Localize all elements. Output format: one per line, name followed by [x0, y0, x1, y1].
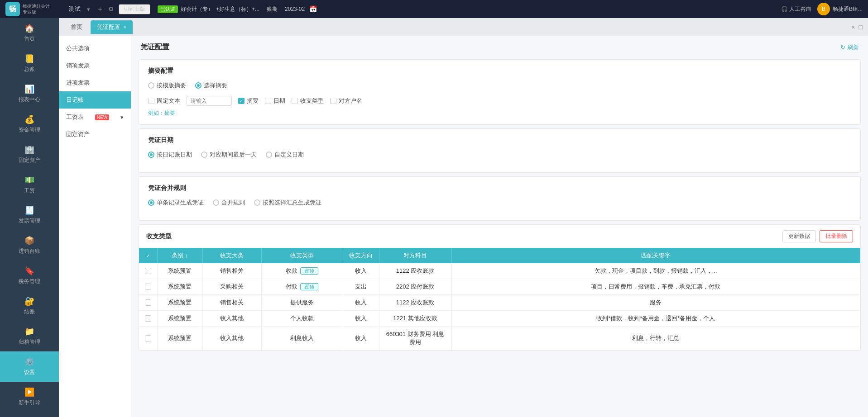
checkbox-summary[interactable]: ✓ 摘要	[238, 97, 259, 105]
table-row: 系统预置销售相关提供服务收入1122 应收账款服务	[139, 295, 860, 311]
row-keywords: 服务	[451, 295, 860, 311]
select-all-checkbox[interactable]: ✓	[145, 252, 151, 259]
sidebar-item-invoices[interactable]: 🧾 发票管理	[0, 200, 59, 230]
voucher-date-radio-group: 按日记账日期 对应期间最后一天 自定义日期	[148, 151, 851, 159]
period-label: 账期	[267, 5, 278, 13]
nav-journal[interactable]: 日记账	[59, 91, 131, 109]
sidebar-item-settings[interactable]: ⚙️ 设置	[0, 351, 59, 382]
sidebar-item-home[interactable]: 🏠 首页	[0, 18, 59, 48]
row-checkbox-cell	[139, 263, 157, 279]
row-checkbox[interactable]	[145, 335, 151, 341]
radio-journal-date[interactable]: 按日记账日期	[148, 151, 192, 159]
avatar: B	[817, 3, 830, 15]
row-direction: 收入	[343, 263, 379, 279]
radio-period-circle	[201, 152, 207, 158]
user-menu[interactable]: B 畅捷通B组...	[817, 3, 863, 15]
radio-merge[interactable]: 合并规则	[213, 199, 245, 207]
sidebar-item-ledger[interactable]: 📒 总账	[0, 48, 59, 79]
page-header: 凭证配置 ↻ 刷新	[131, 36, 868, 56]
row-type: 付款置顶	[261, 279, 343, 295]
radio-single-label: 单条记录生成凭证	[157, 199, 204, 207]
row-account: 1122 应收账款	[379, 295, 451, 311]
radio-period-last[interactable]: 对应期间最后一天	[201, 151, 257, 159]
tab-close-icon[interactable]: ×	[123, 24, 126, 30]
chevron-down-icon: ▾	[120, 114, 124, 121]
radio-single[interactable]: 单条记录生成凭证	[148, 199, 204, 207]
company-name: 测试	[69, 5, 81, 13]
example-text: 例如：摘要	[148, 109, 851, 117]
checkbox-counterparty-box	[330, 98, 336, 104]
sidebar-label-archive: 归档管理	[19, 338, 40, 346]
sidebar-item-funds[interactable]: 💰 资金管理	[0, 109, 59, 139]
row-checkbox[interactable]	[145, 284, 151, 290]
checkbox-row: 固定文本 ✓ 摘要 日期 收支类型	[148, 96, 851, 106]
sidebar-item-closing[interactable]: 🔐 结账	[0, 291, 59, 321]
summary-radio-group: 按模版摘要 选择摘要	[148, 81, 851, 90]
dropdown-arrow-icon[interactable]: ▾	[87, 6, 90, 13]
row-account: 660301 财务费用 利息费用	[379, 327, 451, 351]
sidebar-item-tax[interactable]: 🔖 税务管理	[0, 261, 59, 291]
nav-purchase-inv[interactable]: 进项发票	[59, 74, 131, 91]
switch-version-button[interactable]: 切到旧版	[119, 4, 150, 14]
left-nav: 公共选项 销项发票 进项发票 日记账 工资表 NEW ▾ 固定资产	[59, 36, 131, 417]
nav-payroll[interactable]: 工资表 NEW ▾	[59, 109, 131, 126]
tab-voucher-config[interactable]: 凭证配置 ×	[91, 20, 133, 34]
radio-select-total[interactable]: 按照选择汇总生成凭证	[254, 199, 321, 207]
support-button[interactable]: 🎧 人工咨询	[781, 5, 811, 13]
radio-select[interactable]: 选择摘要	[195, 81, 227, 90]
batch-delete-button[interactable]: 批量删除	[820, 230, 853, 242]
add-icon[interactable]: ＋	[96, 5, 104, 14]
archive-icon: 📁	[24, 327, 34, 336]
tab-home-label: 首页	[71, 24, 82, 30]
sidebar-item-purchase[interactable]: 📦 进销台账	[0, 230, 59, 261]
row-checkbox[interactable]	[145, 315, 151, 322]
reports-icon: 📊	[24, 84, 34, 94]
row-checkbox-cell	[139, 311, 157, 327]
certified-badge: 已认证	[158, 5, 178, 13]
refresh-button[interactable]: ↻ 刷新	[840, 43, 859, 52]
row-checkbox[interactable]	[145, 299, 151, 306]
merge-rules-radio-group: 单条记录生成凭证 合并规则 按照选择汇总生成凭证	[148, 199, 851, 207]
period-value: 2023-02	[285, 6, 305, 12]
row-major: 销售相关	[202, 295, 261, 311]
new-badge: NEW	[95, 114, 109, 120]
sidebar-item-assets[interactable]: 🏢 固定资产	[0, 139, 59, 170]
checkbox-type[interactable]: 收支类型	[292, 97, 324, 105]
sidebar-item-member[interactable]: 👑 畅会员	[0, 412, 59, 417]
sidebar-item-archive[interactable]: 📁 归档管理	[0, 321, 59, 351]
row-checkbox[interactable]	[145, 268, 151, 274]
radio-custom-date[interactable]: 自定义日期	[266, 151, 304, 159]
checkbox-date[interactable]: 日期	[265, 97, 285, 105]
row-checkbox-cell	[139, 327, 157, 351]
sidebar-item-salary[interactable]: 💵 工资	[0, 170, 59, 200]
nav-public[interactable]: 公共选项	[59, 40, 131, 57]
type-tag[interactable]: 置顶	[300, 283, 318, 290]
row-keywords: 欠款，现金，项目款，到款，报销款，汇入，...	[451, 263, 860, 279]
row-category: 系统预置	[157, 327, 202, 351]
gear-icon[interactable]: ⚙	[108, 5, 114, 13]
window-maximize-button[interactable]: □	[859, 24, 863, 31]
sidebar-item-guide[interactable]: ▶️ 新手引导	[0, 382, 59, 412]
sidebar-label-tax: 税务管理	[19, 278, 40, 285]
checkbox-fixed-text[interactable]: 固定文本	[148, 97, 180, 105]
th-type: 收支类型	[261, 248, 343, 263]
nav-sales[interactable]: 销项发票	[59, 57, 131, 74]
tab-active-label: 凭证配置	[97, 23, 120, 31]
sidebar: 🏠 首页 📒 总账 📊 报表中心 💰 资金管理 🏢 固定资产 💵 工资 🧾 发票…	[0, 18, 59, 417]
window-close-button[interactable]: ×	[851, 24, 855, 31]
update-data-button[interactable]: 更新数据	[782, 230, 816, 242]
row-account: 1122 应收账款	[379, 263, 451, 279]
fixed-text-input[interactable]	[187, 96, 232, 106]
tab-home[interactable]: 首页	[64, 20, 89, 34]
calendar-icon[interactable]: 📅	[309, 5, 317, 13]
checkbox-fixed-text-label: 固定文本	[157, 97, 180, 105]
checkbox-counterparty[interactable]: 对方户名	[330, 97, 362, 105]
guide-icon: ▶️	[24, 387, 34, 397]
username: 畅捷通B组...	[833, 5, 863, 13]
table-row: 系统预置收入其他个人收款收入1221 其他应收款收到*借款，收到*备用金，退回*…	[139, 311, 860, 327]
row-keywords: 收到*借款，收到*备用金，退回*备用金，个人	[451, 311, 860, 327]
nav-fixed-assets[interactable]: 固定资产	[59, 126, 131, 143]
radio-template[interactable]: 按模版摘要	[148, 81, 186, 90]
type-tag[interactable]: 置顶	[300, 267, 318, 275]
sidebar-item-reports[interactable]: 📊 报表中心	[0, 79, 59, 109]
